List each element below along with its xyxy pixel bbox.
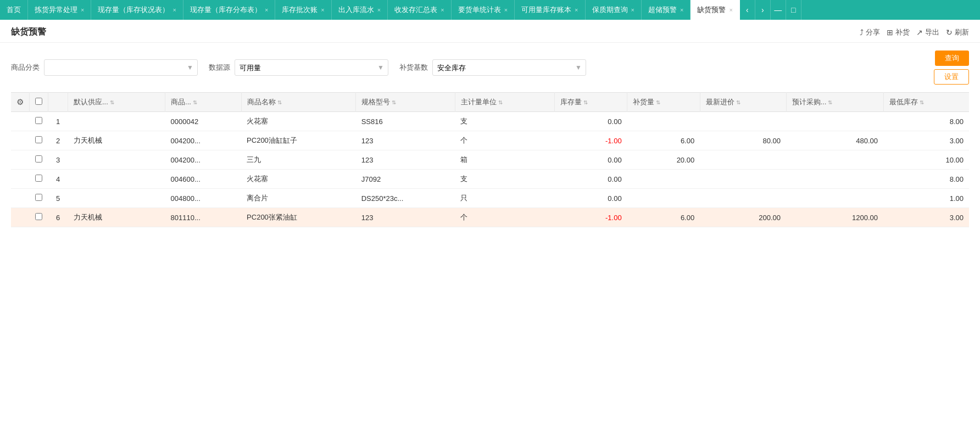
tab-overstock[interactable]: 超储预警 × <box>642 0 691 20</box>
sort-name-icon[interactable]: ⇅ <box>277 99 282 105</box>
sort-est-purchase-icon[interactable]: ⇅ <box>828 99 832 105</box>
row-min-stock-3: 8.00 <box>883 170 969 189</box>
row-min-stock-1: 3.00 <box>883 131 969 150</box>
tab-inventory-status[interactable]: 现存量（库存状况表） × <box>91 0 183 20</box>
table-row: 5 004800... 离合片 DS250*23c... 只 0.00 1.00 <box>11 189 969 208</box>
row-checkbox-cell <box>30 189 48 208</box>
tab-home[interactable]: 首页 <box>0 0 28 20</box>
row-settings-cell <box>11 150 30 170</box>
row-replenish-3 <box>627 170 700 189</box>
row-supplier-1: 力天机械 <box>68 131 165 150</box>
select-all-checkbox[interactable] <box>35 98 42 105</box>
tab-minimize-button[interactable]: — <box>771 0 786 20</box>
th-est-purchase: 预计采购... ⇅ <box>786 93 883 112</box>
tab-close-demand-stats[interactable]: × <box>504 7 508 13</box>
tab-abnormal[interactable]: 拣货异常处理 × <box>28 0 91 20</box>
row-product-name-4: 离合片 <box>241 189 356 208</box>
setting-button[interactable]: 设置 <box>934 69 969 85</box>
row-est-purchase-3 <box>786 170 883 189</box>
replenish-base-select-container: 安全库存 最低库存 ▼ <box>432 59 586 76</box>
row-checkbox-4[interactable] <box>35 194 42 201</box>
column-settings-icon[interactable]: ⚙ <box>16 97 24 107</box>
tab-close-available-ledger[interactable]: × <box>575 7 578 13</box>
tab-close-inventory-status[interactable]: × <box>172 7 176 13</box>
row-replenish-2: 20.00 <box>627 150 700 170</box>
row-min-stock-0: 8.00 <box>883 112 969 131</box>
row-unit-3: 支 <box>455 170 554 189</box>
tab-close-receipt-summary[interactable]: × <box>441 7 444 13</box>
tab-expiry-query[interactable]: 保质期查询 × <box>586 0 642 20</box>
sort-min-stock-icon[interactable]: ⇅ <box>920 99 924 105</box>
tab-available-ledger[interactable]: 可用量库存账本 × <box>515 0 585 20</box>
row-settings-cell <box>11 208 30 227</box>
tab-prev-button[interactable]: ‹ <box>740 0 755 20</box>
row-spec-3: J7092 <box>356 170 455 189</box>
table-row: 2 力天机械 004200... PC200油缸缸子 123 个 -1.00 6… <box>11 131 969 150</box>
row-spec-0: SS816 <box>356 112 455 131</box>
tab-batch-account[interactable]: 库存批次账 × <box>275 0 331 20</box>
th-settings: ⚙ <box>11 93 30 112</box>
tab-close-shortage[interactable]: × <box>729 7 732 13</box>
tab-close-abnormal[interactable]: × <box>81 7 84 13</box>
row-checkbox-0[interactable] <box>35 117 42 124</box>
main-content: 缺货预警 ⤴ 分享 ⊞ 补货 ↗ 导出 ↻ 刷新 商品分类 <box>0 20 980 437</box>
export-button[interactable]: ↗ 导出 <box>916 27 939 37</box>
sort-unit-icon[interactable]: ⇅ <box>498 99 503 105</box>
row-num-1: 2 <box>48 131 68 150</box>
tab-maximize-button[interactable]: □ <box>786 0 801 20</box>
sort-stock-icon[interactable]: ⇅ <box>583 99 588 105</box>
sort-price-icon[interactable]: ⇅ <box>736 99 740 105</box>
th-unit: 主计量单位 ⇅ <box>455 93 554 112</box>
filter-actions: 查询 设置 <box>934 51 969 85</box>
tab-demand-stats[interactable]: 要货单统计表 × <box>452 0 515 20</box>
row-min-stock-2: 10.00 <box>883 150 969 170</box>
row-stock-2: 0.00 <box>554 150 627 170</box>
row-num-5: 6 <box>48 208 68 227</box>
refresh-button[interactable]: ↻ 刷新 <box>946 27 969 37</box>
row-spec-1: 123 <box>356 131 455 150</box>
row-stock-1: -1.00 <box>554 131 627 150</box>
row-latest-price-5: 200.00 <box>700 208 786 227</box>
row-unit-0: 支 <box>455 112 554 131</box>
row-checkbox-cell <box>30 131 48 150</box>
th-latest-price: 最新进价 ⇅ <box>700 93 786 112</box>
datasource-select[interactable]: 可用量 库存量 <box>235 59 388 76</box>
th-product-name: 商品名称 ⇅ <box>241 93 356 112</box>
tab-inventory-dist[interactable]: 现存量（库存分布表） × <box>183 0 275 20</box>
sort-supplier-icon[interactable]: ⇅ <box>110 99 114 105</box>
row-stock-3: 0.00 <box>554 170 627 189</box>
row-checkbox-3[interactable] <box>35 175 42 182</box>
tab-close-inout-flow[interactable]: × <box>377 7 381 13</box>
replenish-base-select[interactable]: 安全库存 最低库存 <box>432 59 586 76</box>
table-row: 6 力天机械 801110... PC200张紧油缸 123 个 -1.00 6… <box>11 208 969 227</box>
category-select[interactable] <box>44 59 198 76</box>
sort-spec-icon[interactable]: ⇅ <box>392 99 396 105</box>
query-button[interactable]: 查询 <box>935 51 969 66</box>
replenish-button[interactable]: ⊞ 补货 <box>887 27 910 37</box>
row-est-purchase-5: 1200.00 <box>786 208 883 227</box>
th-min-stock: 最低库存 ⇅ <box>883 93 969 112</box>
row-checkbox-2[interactable] <box>35 155 42 163</box>
tab-inout-flow[interactable]: 出入库流水 × <box>332 0 388 20</box>
tab-close-batch-account[interactable]: × <box>321 7 324 13</box>
th-num <box>48 93 68 112</box>
header-actions: ⤴ 分享 ⊞ 补货 ↗ 导出 ↻ 刷新 <box>860 27 969 37</box>
row-replenish-5: 6.00 <box>627 208 700 227</box>
row-stock-0: 0.00 <box>554 112 627 131</box>
tab-close-overstock[interactable]: × <box>680 7 683 13</box>
table-header-row: ⚙ 默认供应... ⇅ 商品... <box>11 93 969 112</box>
tab-receipt-summary[interactable]: 收发存汇总表 × <box>388 0 451 20</box>
sort-code-icon[interactable]: ⇅ <box>193 99 197 105</box>
tab-close-inventory-dist[interactable]: × <box>265 7 268 13</box>
row-checkbox-1[interactable] <box>35 136 42 143</box>
sort-replenish-icon[interactable]: ⇅ <box>656 99 660 105</box>
row-supplier-0 <box>68 112 165 131</box>
row-checkbox-5[interactable] <box>35 213 42 220</box>
row-stock-5: -1.00 <box>554 208 627 227</box>
row-est-purchase-4 <box>786 189 883 208</box>
tab-next-button[interactable]: › <box>755 0 771 20</box>
tab-close-expiry-query[interactable]: × <box>631 7 634 13</box>
tab-shortage[interactable]: 缺货预警 × <box>691 0 739 20</box>
share-button[interactable]: ⤴ 分享 <box>860 27 880 37</box>
th-checkbox <box>30 93 48 112</box>
